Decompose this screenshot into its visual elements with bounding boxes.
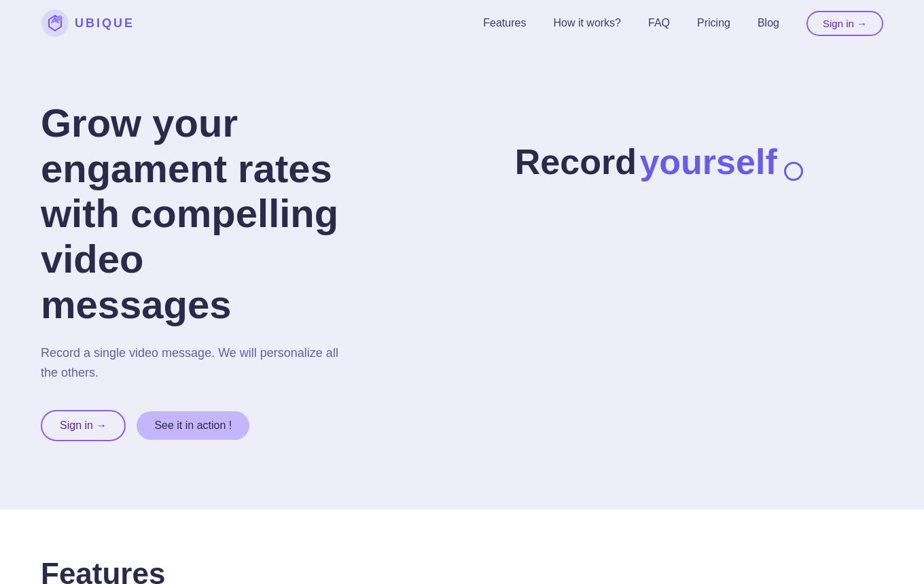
logo[interactable]: UBIQUE bbox=[41, 9, 135, 37]
navbar: UBIQUE Features How it works? FAQ Pricin… bbox=[0, 0, 924, 46]
svg-point-0 bbox=[41, 10, 69, 37]
nav-features[interactable]: Features bbox=[483, 17, 526, 29]
nav-faq[interactable]: FAQ bbox=[648, 17, 670, 29]
logo-text: UBIQUE bbox=[75, 16, 135, 31]
record-label: Record bbox=[515, 142, 637, 182]
hero-subtitle: Record a single video message. We will p… bbox=[41, 343, 340, 383]
features-section: Features AI Voice & Face cloning Start u… bbox=[0, 509, 924, 584]
svg-point-1 bbox=[57, 16, 63, 21]
features-title: Features bbox=[41, 557, 442, 584]
record-dot-icon bbox=[784, 162, 803, 181]
hero-buttons: Sign in → See it in action ! bbox=[41, 410, 435, 441]
hero-title-line1: Grow your bbox=[41, 101, 238, 145]
hero-action-button[interactable]: See it in action ! bbox=[137, 411, 249, 440]
record-yourself-text: Record yourself bbox=[515, 141, 803, 182]
features-content: Features AI Voice & Face cloning Start u… bbox=[41, 557, 442, 584]
nav-links: Features How it works? FAQ Pricing Blog … bbox=[483, 11, 883, 36]
logo-icon bbox=[41, 9, 69, 37]
features-visual bbox=[482, 557, 883, 584]
nav-signin-button[interactable]: Sign in → bbox=[806, 11, 883, 36]
hero-title-line3: with compelling video bbox=[41, 191, 338, 281]
hero-title-line2: engament rates bbox=[41, 146, 332, 190]
hero-title: Grow your engament rates with compelling… bbox=[41, 101, 435, 327]
yourself-label: yourself bbox=[639, 142, 777, 182]
nav-how-it-works[interactable]: How it works? bbox=[553, 17, 621, 29]
hero-section: Grow your engament rates with compelling… bbox=[0, 46, 924, 509]
hero-signin-button[interactable]: Sign in → bbox=[41, 410, 126, 441]
hero-title-line4: messages bbox=[41, 282, 232, 326]
nav-pricing[interactable]: Pricing bbox=[697, 17, 730, 29]
nav-blog[interactable]: Blog bbox=[758, 17, 779, 29]
hero-visual: Record yourself bbox=[435, 101, 883, 182]
hero-content: Grow your engament rates with compelling… bbox=[41, 101, 435, 441]
